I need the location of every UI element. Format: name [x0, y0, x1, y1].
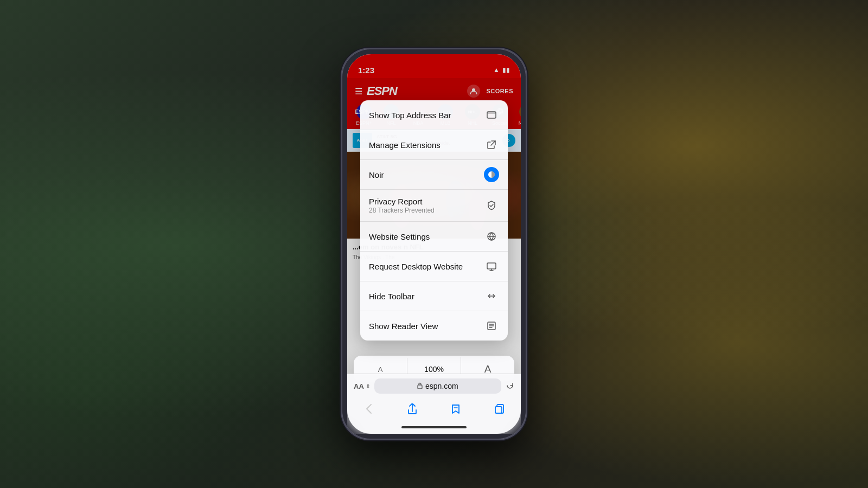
manage-extensions-item[interactable]: Manage Extensions — [360, 130, 508, 160]
hide-toolbar-label-area: Hide Toolbar — [369, 292, 414, 301]
home-bar — [401, 426, 467, 428]
svg-rect-15 — [418, 385, 422, 389]
bookmarks-button[interactable] — [446, 399, 465, 419]
bottom-bar: AA ⇕ espn.com — [347, 374, 521, 434]
manage-extensions-title: Manage Extensions — [369, 140, 441, 150]
show-top-address-bar-title: Show Top Address Bar — [369, 111, 451, 120]
navigation-row — [347, 397, 521, 423]
manage-extensions-icon — [484, 137, 499, 152]
request-desktop-title: Request Desktop Website — [369, 262, 463, 271]
privacy-report-icon — [484, 198, 499, 213]
show-top-address-bar-icon — [484, 107, 499, 123]
back-button[interactable] — [359, 399, 379, 419]
phone-screen: 1:23 ▲ ▮▮ ☰ ESPN SCORES — [347, 54, 521, 434]
website-settings-label-area: Website Settings — [369, 232, 430, 241]
privacy-report-title: Privacy Report — [369, 197, 435, 206]
aa-button[interactable]: AA ⇕ — [354, 382, 370, 390]
website-settings-item[interactable]: Website Settings — [360, 222, 508, 252]
website-settings-title: Website Settings — [369, 232, 430, 241]
show-top-address-bar-item[interactable]: Show Top Address Bar — [360, 100, 508, 130]
show-reader-view-label-area: Show Reader View — [369, 322, 438, 331]
request-desktop-item[interactable]: Request Desktop Website — [360, 252, 508, 281]
noir-title: Noir — [369, 170, 384, 179]
show-reader-view-icon — [484, 318, 499, 333]
home-indicator — [347, 423, 521, 434]
noir-label-area: Noir — [369, 170, 384, 179]
url-bar: AA ⇕ espn.com — [347, 374, 521, 397]
website-settings-icon — [484, 229, 499, 244]
font-small-a: A — [378, 365, 383, 374]
url-text: espn.com — [425, 382, 458, 390]
privacy-report-subtitle: 28 Trackers Prevented — [369, 207, 435, 214]
svg-rect-10 — [487, 263, 496, 269]
arrow-icon: ⇕ — [366, 383, 370, 389]
svg-rect-17 — [495, 407, 502, 413]
url-field[interactable]: espn.com — [374, 378, 501, 394]
aa-label: AA — [354, 382, 364, 390]
noir-icon — [484, 167, 499, 182]
hide-toolbar-item[interactable]: Hide Toolbar — [360, 281, 508, 311]
share-button[interactable] — [403, 399, 422, 419]
request-desktop-icon — [484, 259, 499, 274]
font-percentage-value: 100% — [424, 365, 444, 374]
show-top-address-bar-label-area: Show Top Address Bar — [369, 111, 451, 120]
show-reader-view-title: Show Reader View — [369, 322, 438, 331]
svg-rect-7 — [487, 112, 496, 114]
request-desktop-label-area: Request Desktop Website — [369, 262, 463, 271]
privacy-report-label-area: Privacy Report 28 Trackers Prevented — [369, 197, 435, 214]
show-reader-view-item[interactable]: Show Reader View — [360, 311, 508, 341]
dropdown-menu: Show Top Address Bar Manage Extensio — [360, 100, 508, 341]
manage-extensions-label-area: Manage Extensions — [369, 140, 441, 150]
noir-item[interactable]: Noir — [360, 160, 508, 190]
privacy-report-item[interactable]: Privacy Report 28 Trackers Prevented — [360, 190, 508, 222]
phone-device: 1:23 ▲ ▮▮ ☰ ESPN SCORES — [342, 49, 526, 439]
tabs-button[interactable] — [489, 399, 509, 419]
lock-icon — [417, 382, 423, 390]
hide-toolbar-icon — [484, 288, 499, 304]
hide-toolbar-title: Hide Toolbar — [369, 292, 414, 301]
refresh-button[interactable] — [506, 381, 514, 391]
